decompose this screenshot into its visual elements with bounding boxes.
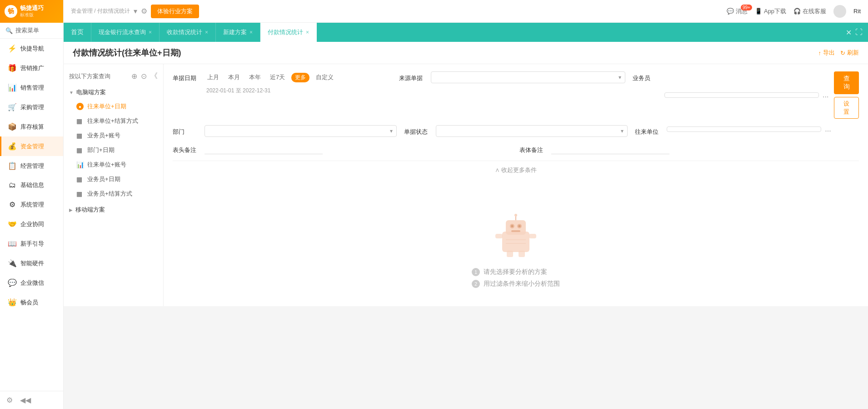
tab-close-bank-flow[interactable]: × (149, 29, 152, 35)
scheme-group-mobile-title[interactable]: ▶ 移动端方案 (64, 203, 163, 217)
hardware-icon: 🔌 (8, 259, 17, 268)
logo-subtitle: 标准版 (20, 12, 44, 18)
sidebar-item-quick-nav[interactable]: ⚡ 快捷导航 (0, 39, 63, 58)
tab-close-new-scheme[interactable]: × (249, 29, 253, 35)
sidebar-item-operation[interactable]: 📋 经营管理 (0, 156, 63, 176)
sidebar-item-marketing[interactable]: 🎁 营销推广 (0, 58, 63, 78)
sidebar-item-vip[interactable]: 👑 畅会员 (0, 293, 63, 312)
header-note-label: 表头备注 (173, 143, 205, 154)
scheme-item-icon: ▦ (76, 146, 84, 154)
avatar[interactable] (833, 5, 846, 18)
scheme-item-salesman-settle[interactable]: ▦ 业务员+结算方式 (67, 187, 163, 201)
tab-spacer (317, 23, 840, 42)
source-select[interactable]: ▾ (431, 71, 625, 83)
sidebar-nav: ⚡ 快捷导航 🎁 营销推广 📊 销售管理 🛒 采购管理 📦 库存核算 💰 资金管… (0, 39, 63, 391)
tab-fullscreen-icon[interactable]: ⛶ (855, 28, 863, 36)
tab-new-scheme[interactable]: 新建方案 × (216, 23, 260, 42)
scheme-item-salesman-date[interactable]: ▦ 业务员+日期 (67, 172, 163, 187)
scheme-item-icon: ▦ (76, 117, 84, 125)
collapse-scheme-icon[interactable]: 《 (150, 71, 158, 81)
footer-settings-icon[interactable]: ⚙ (6, 396, 13, 404)
collapse-bar[interactable]: ∧ 收起更多条件 (173, 161, 859, 179)
date-more-btn[interactable]: 更多 (291, 73, 309, 82)
salesman-dots[interactable]: ... (823, 91, 828, 99)
tab-payment-stats[interactable]: 付款情况统计 × (260, 23, 317, 42)
breadcrumb-dropdown-icon[interactable]: ▾ (134, 7, 137, 15)
filter-row-1: 单据日期 上月 本月 本年 近7天 更多 自定义 2022-01-01 至 20… (173, 71, 859, 119)
scheme-item-partner-account[interactable]: 📊 往来单位+账号 (67, 157, 163, 172)
body-note-input[interactable] (551, 143, 669, 154)
quick-nav-icon: ⚡ (8, 44, 17, 53)
logo-text-block: 畅捷通巧 标准版 (20, 5, 44, 18)
date-this-year-btn[interactable]: 本年 (246, 71, 264, 83)
query-button[interactable]: 查询 (834, 71, 859, 94)
sidebar-item-label: 快捷导航 (20, 45, 44, 53)
scheme-item-partner-date[interactable]: ● 往来单位+日期 (67, 99, 163, 114)
group-collapse-arrow: ▶ (69, 207, 73, 212)
filter-settings-button[interactable]: 设置 (834, 97, 859, 119)
date-this-month-btn[interactable]: 本月 (225, 71, 243, 83)
breadcrumb: 资金管理 / 付款情况统计 (71, 7, 130, 15)
sidebar-item-basics[interactable]: 🗂 基础信息 (0, 176, 63, 195)
msg-icon: 💬 (727, 8, 734, 15)
export-button[interactable]: ↑ 导出 (818, 49, 835, 57)
sidebar-search[interactable]: 🔍 搜索菜单 (0, 23, 63, 39)
partner-dots[interactable]: ... (825, 125, 831, 133)
settings-scheme-icon[interactable]: ⊙ (141, 72, 147, 81)
app-download-button[interactable]: 📱 App下载 (755, 7, 786, 15)
tab-close-payment-stats[interactable]: × (306, 29, 309, 35)
dept-select[interactable]: ▾ (205, 125, 397, 137)
collapse-label: 收起更多条件 (501, 167, 537, 173)
sidebar-item-label: 畅会员 (20, 298, 38, 307)
tab-close-all-icon[interactable]: ✕ (846, 28, 852, 37)
collapse-icon: ∧ (495, 167, 502, 173)
sidebar-item-inventory[interactable]: 📦 库存核算 (0, 117, 63, 136)
tab-label: 现金银行流水查询 (99, 28, 146, 36)
content-body: 按以下方案查询 ⊕ ⊙ 《 ▼ 电脑端方案 (64, 64, 868, 306)
refresh-button[interactable]: ↻ 刷新 (840, 49, 859, 57)
scheme-item-partner-settle[interactable]: ▦ 往来单位+结算方式 (67, 114, 163, 128)
page-content: 付款情况统计(往来单位+日期) ↑ 导出 ↻ 刷新 (64, 42, 868, 409)
add-scheme-icon[interactable]: ⊕ (131, 72, 137, 81)
username[interactable]: Rit (853, 8, 861, 15)
date-7days-btn[interactable]: 近7天 (267, 71, 288, 83)
sidebar-item-enterprise[interactable]: 🤝 企业协同 (0, 214, 63, 234)
salesman-select[interactable] (664, 92, 819, 98)
tab-close-receipts[interactable]: × (205, 29, 208, 35)
tab-home[interactable]: 首页 (64, 23, 91, 42)
tab-actions: ✕ ⛶ (840, 23, 868, 42)
msg-button[interactable]: 💬 消息 99+ (727, 7, 748, 15)
docstatus-select[interactable]: ▾ (436, 125, 628, 137)
service-label: 在线客服 (803, 7, 826, 15)
tab-bank-flow[interactable]: 现金银行流水查询 × (91, 23, 160, 42)
scheme-item-salesman-account[interactable]: ▦ 业务员+账号 (67, 128, 163, 143)
date-custom-btn[interactable]: 自定义 (313, 71, 336, 83)
system-icon: ⚙ (8, 200, 17, 209)
header-note-input[interactable] (205, 143, 323, 154)
empty-tips: 1 请先选择要分析的方案 2 用过滤条件来缩小分析范围 (472, 268, 560, 288)
filter-row-2: 部门 ▾ 单据状态 ▾ (173, 125, 859, 137)
scheme-item-label: 往来单位+账号 (87, 161, 126, 169)
sidebar-item-purchase[interactable]: 🛒 采购管理 (0, 97, 63, 117)
scheme-item-dept-date[interactable]: ▦ 部门+日期 (67, 143, 163, 157)
topbar-gear-icon[interactable]: ⚙ (141, 7, 147, 15)
partner-select[interactable] (667, 126, 821, 132)
tip-text-2: 用过滤条件来缩小分析范围 (484, 280, 560, 288)
footer-collapse-icon[interactable]: ◀◀ (20, 396, 31, 404)
svg-point-8 (514, 214, 517, 217)
sidebar-item-wechat[interactable]: 💬 企业微信 (0, 273, 63, 293)
trial-btn[interactable]: 体验行业方案 (151, 5, 199, 18)
tab-label: 收款情况统计 (167, 28, 202, 36)
sidebar-item-label: 基础信息 (20, 181, 44, 189)
sidebar-item-funds[interactable]: 💰 资金管理 (0, 136, 63, 156)
header-note-control (205, 143, 512, 154)
tip-text-1: 请先选择要分析的方案 (484, 268, 547, 276)
sidebar-item-system[interactable]: ⚙ 系统管理 (0, 195, 63, 214)
date-last-month-btn[interactable]: 上月 (205, 71, 222, 83)
sidebar-item-sales[interactable]: 📊 销售管理 (0, 78, 63, 97)
sidebar-item-hardware[interactable]: 🔌 智能硬件 (0, 253, 63, 273)
tab-receipts[interactable]: 收款情况统计 × (160, 23, 216, 42)
service-button[interactable]: 🎧 在线客服 (793, 7, 826, 15)
scheme-group-desktop-title[interactable]: ▼ 电脑端方案 (64, 86, 163, 99)
sidebar-item-guide[interactable]: 📖 新手引导 (0, 234, 63, 253)
